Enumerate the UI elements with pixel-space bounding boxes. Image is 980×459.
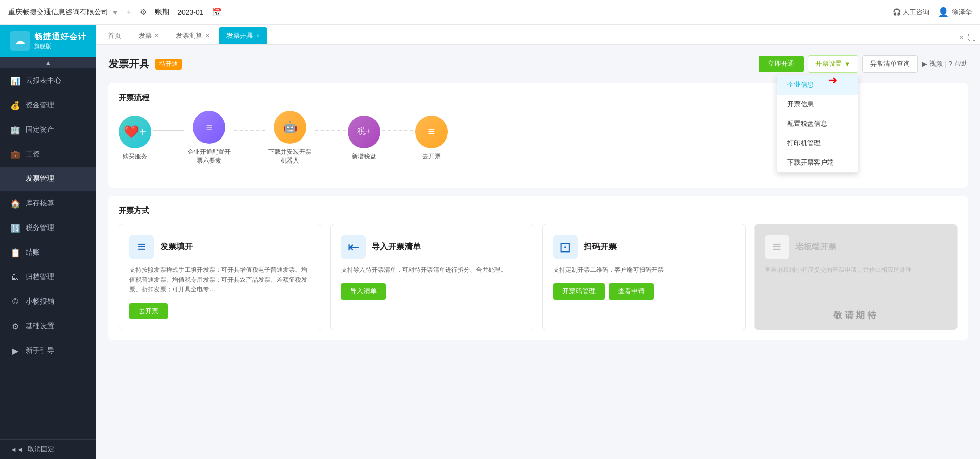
salary-icon: 💼 <box>10 149 20 159</box>
sidebar-item-archive[interactable]: 🗂 归档管理 <box>0 265 96 289</box>
tab-invoice-label: 发票 <box>139 31 152 40</box>
sidebar-label-funds: 资金管理 <box>26 101 54 110</box>
tab-estimate[interactable]: 发票测算 × <box>168 27 217 44</box>
dropdown-item-tax-config[interactable]: 配置税盘信息 <box>777 114 858 133</box>
user-info[interactable]: 👤 徐泽华 <box>938 7 972 18</box>
flow-connector-4 <box>382 130 413 131</box>
activate-button[interactable]: 立即开通 <box>759 56 804 72</box>
sidebar-item-expense[interactable]: © 小畅报销 <box>0 289 96 314</box>
expense-icon: © <box>10 296 20 307</box>
sidebar-pin-toggle[interactable]: ◄◄ 取消固定 <box>0 439 96 459</box>
sidebar-item-settings[interactable]: ⚙ 基础设置 <box>0 314 96 338</box>
sidebar-scroll-up[interactable]: ▲ <box>0 57 96 68</box>
tab-bar-right: × ⛶ <box>959 33 976 44</box>
view-apply-button[interactable]: 查看申请 <box>609 283 654 300</box>
help-button[interactable]: 帮助 <box>954 59 968 68</box>
guide-icon: ▶ <box>10 346 20 356</box>
top-bar-right: 🎧 人工咨询 👤 徐泽华 <box>893 7 972 18</box>
sidebar-item-salary[interactable]: 💼 工资 <box>0 142 96 167</box>
dropdown-arrow-icon: ▼ <box>844 60 851 68</box>
flow-step-2-label: 企业开通配置开票六要素 <box>186 148 232 165</box>
abnormal-list-button[interactable]: 异常清单查询 <box>862 55 918 73</box>
tab-issue[interactable]: 发票开具 × <box>219 27 267 44</box>
inventory-icon: 🏠 <box>10 198 20 209</box>
method-header-boss: ≡ 老板端开票 <box>765 235 947 259</box>
settle-icon: 📋 <box>10 247 20 258</box>
tab-close-all[interactable]: × <box>959 33 964 42</box>
tab-issue-close[interactable]: × <box>256 32 260 39</box>
funds-icon: 💰 <box>10 100 20 110</box>
sidebar-label-settings: 基础设置 <box>26 322 54 331</box>
sidebar-item-settle[interactable]: 📋 结账 <box>0 240 96 265</box>
method-icon-import: ⇤ <box>341 235 366 259</box>
settings-dropdown-menu: 企业信息 开票信息 配置税盘信息 打印机管理 下载开票客户端 <box>777 75 858 173</box>
app-wrapper: 重庆畅捷交通信息咨询有限公司 ▼ + ⚙ 账期 2023-01 📅 🎧 人工咨询… <box>0 0 980 459</box>
sidebar-item-invoice[interactable]: 🗒 发票管理 <box>0 167 96 191</box>
tab-invoice[interactable]: 发票 × <box>131 27 166 44</box>
period-value: 2023-01 <box>177 8 203 16</box>
archive-icon: 🗂 <box>10 272 20 282</box>
method-header-manual: ≡ 发票填开 <box>129 235 311 259</box>
settings-dropdown-wrapper: 开票设置 ▼ ➜ 企业信息 开票信息 配置税盘信息 打印机管理 <box>808 55 858 73</box>
user-avatar-icon: 👤 <box>938 7 949 18</box>
method-card-scan: ⊡ 扫码开票 支持定制开票二维码，客户端可扫码开票 开票码管理 查看申请 <box>542 224 746 330</box>
dropdown-item-printer[interactable]: 打印机管理 <box>777 133 858 153</box>
method-header-import: ⇤ 导入开票清单 <box>341 235 523 259</box>
sidebar-label-salary: 工资 <box>26 150 40 159</box>
flow-step-4-icon: 税+ <box>348 116 380 148</box>
company-selector[interactable]: 重庆畅捷交通信息咨询有限公司 ▼ <box>8 8 119 17</box>
tab-maximize[interactable]: ⛶ <box>968 33 976 42</box>
flow-connector-3 <box>315 130 346 131</box>
pin-icon: ◄◄ <box>10 446 24 453</box>
method-title-manual: 发票填开 <box>160 242 193 253</box>
sidebar: ☁ 畅捷通好会计 旗舰版 ▲ 📊 云报表中心 💰 资金管理 <box>0 25 96 459</box>
help-icon: ? <box>948 60 952 68</box>
settings-button-label: 开票设置 <box>815 59 842 68</box>
sidebar-nav: 📊 云报表中心 💰 资金管理 🏢 固定资产 💼 工资 🗒 发票管理 <box>0 68 96 439</box>
add-tab-button[interactable]: + <box>127 8 131 17</box>
consultant-button[interactable]: 🎧 人工咨询 <box>893 8 929 17</box>
tab-home[interactable]: 首页 <box>100 27 129 44</box>
flow-step-3-icon: 🤖 <box>274 111 306 144</box>
sidebar-label-archive: 归档管理 <box>26 272 54 282</box>
sidebar-item-guide[interactable]: ▶ 新手引导 <box>0 338 96 363</box>
method-card-manual: ≡ 发票填开 支持按照发票样式手工填开发票；可开具增值税电子普通发票、增值税普通… <box>119 224 322 330</box>
sidebar-item-assets[interactable]: 🏢 固定资产 <box>0 118 96 142</box>
tab-invoice-close[interactable]: × <box>155 32 158 39</box>
video-button[interactable]: 视频 <box>929 59 943 68</box>
method-icon-boss: ≡ <box>765 235 789 259</box>
page-title: 发票开具 <box>108 57 149 71</box>
calendar-icon[interactable]: 📅 <box>212 7 222 17</box>
page-content: 发票开具 待开通 立即开通 开票设置 ▼ ➜ <box>96 45 980 459</box>
sidebar-item-inventory[interactable]: 🏠 库存核算 <box>0 191 96 216</box>
sidebar-item-tax[interactable]: 🔢 税务管理 <box>0 216 96 240</box>
manual-invoice-button[interactable]: 去开票 <box>129 303 168 319</box>
invoice-icon: 🗒 <box>10 174 20 184</box>
scan-buttons: 开票码管理 查看申请 <box>553 283 735 300</box>
tab-estimate-close[interactable]: × <box>206 32 209 39</box>
dropdown-item-company[interactable]: 企业信息 <box>777 75 858 95</box>
sidebar-item-yunreport[interactable]: 📊 云报表中心 <box>0 68 96 93</box>
yunreport-icon: 📊 <box>10 76 20 86</box>
qr-manage-button[interactable]: 开票码管理 <box>553 283 605 300</box>
content-area: 首页 发票 × 发票测算 × 发票开具 × × ⛶ <box>96 25 980 459</box>
dropdown-item-download[interactable]: 下载开票客户端 <box>777 153 858 172</box>
period-label: 账期 <box>155 8 169 17</box>
settings-dropdown-button[interactable]: 开票设置 ▼ <box>808 55 858 73</box>
tax-icon: 🔢 <box>10 223 20 233</box>
method-desc-manual: 支持按照发票样式手工填开发票；可开具增值税电子普通发票、增值税普通发票、增值税专… <box>129 265 311 295</box>
method-icon-manual: ≡ <box>129 235 154 259</box>
sidebar-label-assets: 固定资产 <box>26 125 54 134</box>
logo-sub: 旗舰版 <box>34 42 86 50</box>
dropdown-item-invoice-info[interactable]: 开票信息 <box>777 95 858 114</box>
methods-section: 开票方式 ≡ 发票填开 支持按照发票样式手工填开发票；可开具增值税电子普通发票、… <box>108 196 968 340</box>
flow-step-3: 🤖 下载并安装开票机器人 <box>267 111 313 165</box>
flow-step-5: ≡ 去开票 <box>415 116 448 161</box>
import-list-button[interactable]: 导入清单 <box>341 283 386 300</box>
sidebar-item-funds[interactable]: 💰 资金管理 <box>0 93 96 118</box>
sidebar-label-guide: 新手引导 <box>26 346 54 355</box>
page-header: 发票开具 待开通 立即开通 开票设置 ▼ ➜ <box>108 55 968 73</box>
sidebar-label-expense: 小畅报销 <box>26 297 54 306</box>
method-title-import: 导入开票清单 <box>372 242 421 253</box>
settings-icon[interactable]: ⚙ <box>140 7 147 17</box>
